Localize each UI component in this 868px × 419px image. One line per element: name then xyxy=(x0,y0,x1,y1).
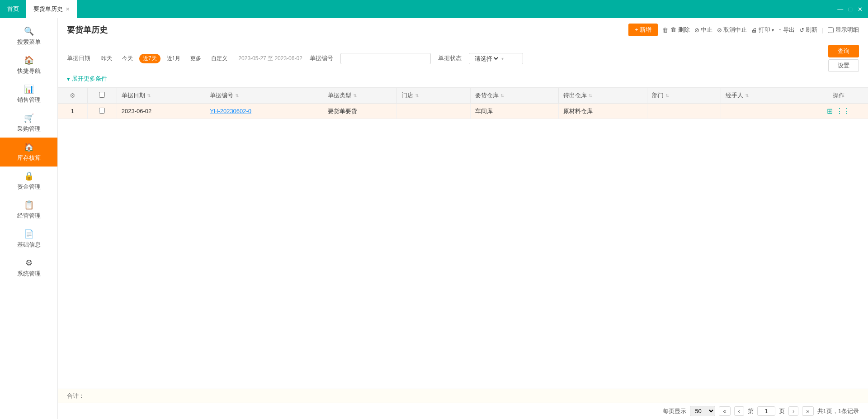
data-table: ⚙ 单据日期 ⇅ 单据编号 xyxy=(58,88,868,119)
sidebar-item-sales-mgmt[interactable]: 📊 销售管理 xyxy=(0,80,57,109)
sidebar-item-sys-mgmt[interactable]: ⚙ 系统管理 xyxy=(0,253,57,282)
ops-mgmt-icon: 📋 xyxy=(24,200,34,210)
tab-close-icon[interactable]: ✕ xyxy=(66,6,70,12)
window-close-icon[interactable]: ✕ xyxy=(858,6,863,13)
tab-home[interactable]: 首页 xyxy=(0,0,26,18)
export-button[interactable]: ↑ 导出 xyxy=(778,26,795,34)
sort-type-icon[interactable]: ⇅ xyxy=(353,93,357,98)
table-settings-icon[interactable]: ⚙ xyxy=(70,92,75,99)
sidebar-item-basic-info[interactable]: 📄 基础信息 xyxy=(0,224,57,253)
status-filter-label: 单据状态 xyxy=(438,54,462,62)
content-area: 要货单历史 + 新增 🗑 🗑 删除 ⊘ 中止 ⊘ 取消中止 🖨 打印 xyxy=(58,18,868,419)
date-options: 昨天 今天 近7天 近1月 更多 自定义 xyxy=(98,54,231,63)
delete-button[interactable]: 🗑 🗑 删除 xyxy=(662,26,690,34)
th-bill-no: 单据编号 ⇅ xyxy=(205,88,323,104)
bill-no-input[interactable] xyxy=(340,53,431,64)
settings-button[interactable]: 设置 xyxy=(828,59,859,72)
sales-mgmt-icon: 📊 xyxy=(24,84,34,94)
sidebar-item-basic-info-label: 基础信息 xyxy=(17,241,41,249)
tab-bill-history[interactable]: 要货单历史 ✕ xyxy=(26,0,77,18)
refresh-button[interactable]: ↺ 刷新 xyxy=(799,26,817,34)
date-btn-custom[interactable]: 自定义 xyxy=(208,54,231,63)
total-info: 共1页，1条记录 xyxy=(817,407,859,415)
expand-more-icon: ▾ xyxy=(67,76,70,82)
sort-to-wh-icon[interactable]: ⇅ xyxy=(589,93,592,98)
stop-button[interactable]: ⊘ 中止 xyxy=(694,26,712,34)
top-bar-right: — □ ✕ xyxy=(837,6,868,13)
filter-area: 单据日期 昨天 今天 近7天 近1月 更多 自定义 2023-05-27 至 2… xyxy=(58,40,868,88)
th-ops: 操作 xyxy=(809,88,868,104)
page-size-select[interactable]: 10 20 50 100 xyxy=(690,406,715,416)
delete-icon: 🗑 xyxy=(662,27,668,33)
stop-icon: ⊘ xyxy=(694,27,699,33)
sort-store-icon[interactable]: ⇅ xyxy=(415,93,419,98)
sort-bill-no-icon[interactable]: ⇅ xyxy=(235,93,239,98)
main-layout: 🔍 搜索菜单 🏠 快捷导航 📊 销售管理 🛒 采购管理 🏠 库存核算 🔒 资金管… xyxy=(0,18,868,419)
page-label: 第 xyxy=(748,407,754,415)
date-btn-7days[interactable]: 近7天 xyxy=(139,54,160,63)
query-button[interactable]: 查询 xyxy=(828,45,859,57)
expand-more-button[interactable]: ▾ 展开更多条件 xyxy=(67,72,859,83)
status-select-wrap: 请选择 ▾ xyxy=(469,53,523,64)
refresh-icon: ↺ xyxy=(799,27,804,33)
sort-from-wh-icon[interactable]: ⇅ xyxy=(500,93,504,98)
footer-summary: 合计： xyxy=(58,389,868,403)
print-button[interactable]: 🖨 打印 ▾ xyxy=(751,26,774,34)
maximize-icon[interactable]: □ xyxy=(849,6,852,13)
sidebar-item-ops-mgmt[interactable]: 📋 经营管理 xyxy=(0,195,57,224)
basic-info-icon: 📄 xyxy=(24,229,34,239)
th-handler: 经手人 ⇅ xyxy=(721,88,809,104)
th-type: 单据类型 ⇅ xyxy=(323,88,396,104)
pagination-bar: 每页显示 10 20 50 100 « ‹ 第 页 › » 共1页，1条记录 xyxy=(58,403,868,419)
sidebar-item-search-menu[interactable]: 🔍 搜索菜单 xyxy=(0,22,57,51)
sidebar-item-search-menu-label: 搜索菜单 xyxy=(17,38,41,46)
bill-no-filter-label: 单据编号 xyxy=(310,54,333,62)
row-more-icon[interactable]: ⋮⋮ xyxy=(836,107,850,115)
th-dept: 部门 ⇅ xyxy=(647,88,721,104)
sort-handler-icon[interactable]: ⇅ xyxy=(745,93,749,98)
select-all-checkbox[interactable] xyxy=(99,92,105,98)
sidebar-item-sys-mgmt-label: 系统管理 xyxy=(17,270,41,278)
sidebar-item-inventory[interactable]: 🏠 库存核算 xyxy=(0,138,57,167)
sidebar-item-quick-nav[interactable]: 🏠 快捷导航 xyxy=(0,51,57,80)
table-area: ⚙ 单据日期 ⇅ 单据编号 xyxy=(58,88,868,389)
row-dept xyxy=(647,104,721,119)
sidebar-item-purchase-mgmt-label: 采购管理 xyxy=(17,125,41,133)
show-detail-toggle[interactable]: 显示明细 xyxy=(828,26,859,34)
date-btn-1month[interactable]: 近1月 xyxy=(163,54,184,63)
page-header: 要货单历史 + 新增 🗑 🗑 删除 ⊘ 中止 ⊘ 取消中止 🖨 打印 xyxy=(58,18,868,40)
sidebar-item-ops-mgmt-label: 经营管理 xyxy=(17,212,41,220)
row-bill-no: YH-20230602-0 xyxy=(205,104,323,119)
status-select[interactable]: 请选择 xyxy=(473,55,500,62)
first-page-button[interactable]: « xyxy=(719,406,730,416)
last-page-button[interactable]: » xyxy=(802,406,813,416)
sort-dept-icon[interactable]: ⇅ xyxy=(665,93,669,98)
row-handler xyxy=(721,104,809,119)
page-title: 要货单历史 xyxy=(67,24,628,35)
export-icon: ↑ xyxy=(778,27,782,33)
row-edit-icon[interactable]: ⊞ xyxy=(827,107,833,115)
row-num: 1 xyxy=(58,104,87,119)
th-date: 单据日期 ⇅ xyxy=(117,88,205,104)
date-btn-yesterday[interactable]: 昨天 xyxy=(98,54,116,63)
show-detail-checkbox[interactable] xyxy=(828,27,834,33)
sidebar-item-purchase-mgmt[interactable]: 🛒 采购管理 xyxy=(0,109,57,138)
toolbar: + 新增 🗑 🗑 删除 ⊘ 中止 ⊘ 取消中止 🖨 打印 ▾ xyxy=(628,24,859,36)
cancel-stop-button[interactable]: ⊘ 取消中止 xyxy=(717,26,747,34)
date-btn-more[interactable]: 更多 xyxy=(187,54,205,63)
new-button[interactable]: + 新增 xyxy=(628,24,658,36)
bill-no-link[interactable]: YH-20230602-0 xyxy=(210,108,251,114)
sort-date-icon[interactable]: ⇅ xyxy=(147,93,151,98)
row-checkbox[interactable] xyxy=(99,108,105,114)
sidebar-item-finance-mgmt[interactable]: 🔒 资金管理 xyxy=(0,167,57,195)
print-dropdown-icon[interactable]: ▾ xyxy=(772,28,774,33)
th-store: 门店 ⇅ xyxy=(396,88,470,104)
prev-page-button[interactable]: ‹ xyxy=(734,406,744,416)
th-to-wh: 待出仓库 ⇅ xyxy=(559,88,647,104)
date-btn-today[interactable]: 今天 xyxy=(118,54,137,63)
inventory-icon: 🏠 xyxy=(24,142,34,152)
page-input[interactable] xyxy=(757,406,775,416)
sidebar: 🔍 搜索菜单 🏠 快捷导航 📊 销售管理 🛒 采购管理 🏠 库存核算 🔒 资金管… xyxy=(0,18,58,419)
next-page-button[interactable]: › xyxy=(788,406,798,416)
minimize-icon[interactable]: — xyxy=(837,6,843,13)
